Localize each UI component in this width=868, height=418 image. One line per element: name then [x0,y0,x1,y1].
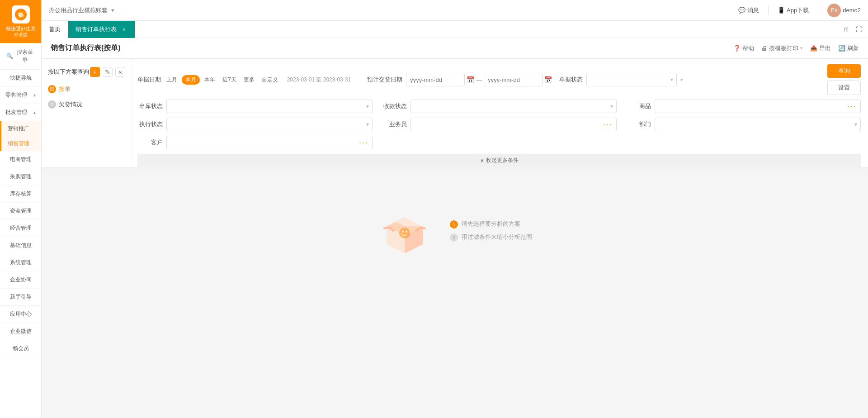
add-scheme-button[interactable]: + [90,67,100,77]
scheme-item-by-order[interactable]: 按 按单 [42,81,132,97]
sidebar-item-newuser[interactable]: 新手引导 [0,289,41,306]
sidebar-item-sales[interactable]: 销售管理 [1,136,41,151]
filter-cell-customer: 客户 ··· [137,136,373,149]
left-panel-header: 按以下方案查询 + ✎ « [42,64,132,80]
sidebar-item-marketing[interactable]: 营销推广 [1,121,41,136]
tab-maximize-button[interactable]: ⛶ [854,24,864,35]
refresh-icon: 🔄 [838,45,845,52]
collapse-filter-bar[interactable]: ∧ 收起更多条件 [137,154,861,167]
goods-input[interactable]: ··· [655,100,861,113]
date-tab-last-month[interactable]: 上月 [164,75,180,85]
filter-cell-goods: 商品 ··· [626,100,861,113]
sidebar-item-inventory[interactable]: 库存核算 [0,185,41,203]
export-icon: 📤 [810,45,817,52]
download-icon: 📱 [778,7,785,14]
sidebar-item-label: 营销推广 [8,125,29,133]
topbar-divider-2 [818,6,818,15]
download-label: App下载 [787,6,809,14]
tab-sales-order[interactable]: 销售订单执行表 × [68,21,135,38]
tab-home[interactable]: 首页 [42,21,68,38]
empty-text-area: 1 请先选择要分析的方案 2 用过滤条件来缩小分析范围 [450,220,532,242]
chevron-down-icon: ▾ [33,93,36,98]
export-button[interactable]: 📤 导出 [810,44,831,52]
date-tab-this-year[interactable]: 本年 [202,75,218,85]
app-download-button[interactable]: 📱 App下载 [778,6,809,14]
breadcrumb-text: 办公用品行业模拟账套 [49,6,108,14]
step-2-text: 用过滤条件来缩小分析范围 [462,233,532,241]
sidebar-item-basics[interactable]: 基础信息 [0,237,41,254]
salesperson-label: 业务员 [382,120,407,128]
print-button[interactable]: 🖨 按模板打印 ▾ [761,44,803,52]
sidebar-item-members[interactable]: 畅会员 [0,340,41,357]
avatar: Ea [827,4,841,17]
breadcrumb-arrow-icon[interactable]: ▾ [111,7,114,14]
main-area: 办公用品行业模拟账套 ▾ 💬 消息 📱 App下载 Ea demo2 [42,0,868,418]
step-num-1: 1 [450,220,458,228]
exec-status-select-wrapper [166,118,373,131]
chevron-up-icon: ▴ [33,110,36,115]
scheme-icon-shortage: 欠 [48,100,56,109]
customer-label: 客户 [137,138,163,147]
empty-content: 1 请先选择要分析的方案 2 用过滤条件来缩小分析范围 [377,204,532,258]
user-profile[interactable]: Ea demo2 [827,4,861,17]
status-filter-section: 单据状态 ▾ [559,73,816,86]
salesperson-input[interactable]: ··· [410,118,617,131]
left-panel-action-group: + ✎ « [90,67,125,77]
message-button[interactable]: 💬 消息 [738,6,759,14]
page-header: 销售订单执行表(按单) ❓ 帮助 🖨 按模板打印 ▾ 📤 导出 🔄 刷新 [42,38,868,59]
department-select-wrapper [655,118,861,131]
sidebar-item-ecommerce[interactable]: 电商管理 [0,151,41,168]
filter-grid: 出库状态 收款状态 [137,100,861,154]
sidebar-item-operations[interactable]: 经营管理 [0,220,41,237]
sidebar-item-label: 企业协同 [10,276,32,284]
status-select[interactable] [586,73,677,86]
sidebar-search-section: 🔍 搜索菜单 [0,43,41,70]
date-tab-7days[interactable]: 近7天 [220,75,239,85]
sidebar-item-apps[interactable]: 应用中心 [0,306,41,323]
sidebar-item-wechat[interactable]: 企业微信 [0,323,41,340]
edit-scheme-button[interactable]: ✎ [103,67,113,77]
date-tab-this-month[interactable]: 本月 [182,75,200,85]
sidebar-item-retail[interactable]: 零售管理 ▾ [0,87,41,104]
sidebar-item-procurement[interactable]: 采购管理 [0,168,41,185]
sidebar-item-label: 资金管理 [10,207,32,215]
tab-restore-button[interactable]: ⊡ [841,24,852,35]
stock-status-select[interactable] [166,100,373,113]
query-button[interactable]: 查询 [827,64,861,78]
date-icon-start: 📅 [467,76,474,83]
department-select[interactable] [655,118,861,131]
date-tab-more[interactable]: 更多 [241,75,257,85]
date-tab-custom[interactable]: 自定义 [259,75,281,85]
collapse-left-panel-button[interactable]: « [115,67,125,77]
refresh-label: 刷新 [847,44,859,52]
sidebar-item-finance[interactable]: 资金管理 [0,203,41,220]
left-panel: 按以下方案查询 + ✎ « 按 按单 欠 欠货情况 [42,59,132,167]
tabbar: 首页 销售订单执行表 × ⊡ ⛶ [42,21,868,38]
sidebar-item-wholesale[interactable]: 批发管理 ▴ [0,104,41,121]
scheme-item-shortage[interactable]: 欠 欠货情况 [42,97,132,112]
message-icon: 💬 [738,7,745,14]
status-select-wrapper [586,73,677,86]
sidebar-item-enterprise[interactable]: 企业协同 [0,271,41,289]
date-range-display: 2023-03-01 至 2023-03-31 [287,76,351,84]
expected-date-start[interactable] [406,73,465,86]
exec-status-select[interactable] [166,118,373,131]
empty-svg [377,204,432,258]
customer-input[interactable]: ··· [166,136,373,149]
sidebar-item-system[interactable]: 系统管理 [0,254,41,271]
sidebar-logo-text: 畅捷通好生意 [6,25,36,32]
payment-status-select[interactable] [410,100,617,113]
print-label: 按模板打印 [769,44,798,52]
sidebar-item-label: 电商管理 [10,156,32,163]
settings-button[interactable]: 设置 [827,81,861,95]
exec-status-label: 执行状态 [137,120,163,128]
sidebar-item-label: 快捷导航 [10,74,32,82]
help-button[interactable]: ❓ 帮助 [733,44,754,52]
search-menu-button[interactable]: 🔍 搜索菜单 [5,47,37,66]
svg-point-8 [406,231,407,233]
sidebar-item-quick-nav[interactable]: 快捷导航 [0,70,41,87]
refresh-button[interactable]: 🔄 刷新 [838,44,859,52]
expected-date-end[interactable] [484,73,542,86]
tab-close-icon[interactable]: × [120,26,127,33]
help-label: 帮助 [742,44,754,52]
